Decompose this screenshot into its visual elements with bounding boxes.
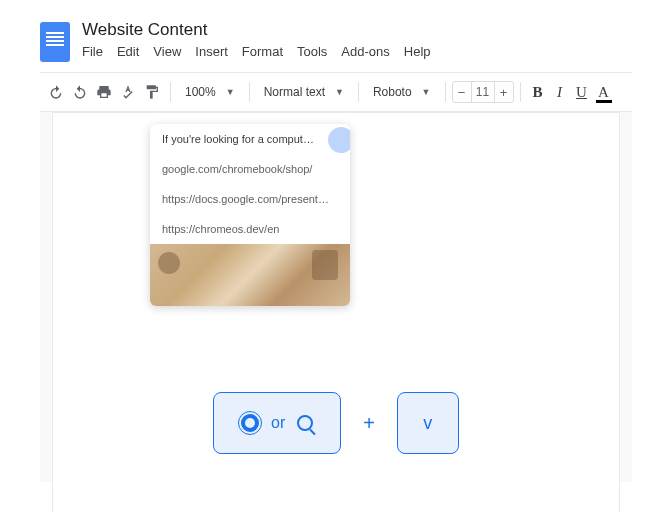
toolbar: 100%▼ Normal text▼ Roboto▼ − 11 + B I U … — [40, 72, 632, 112]
text-color-button[interactable]: A — [593, 84, 615, 101]
menu-format[interactable]: Format — [242, 44, 283, 59]
font-size-control: − 11 + — [452, 81, 514, 103]
or-label: or — [271, 414, 285, 432]
clipboard-item[interactable]: https://docs.google.com/present… — [150, 184, 350, 214]
print-button[interactable] — [92, 79, 116, 105]
font-size-decrease[interactable]: − — [453, 85, 471, 100]
launcher-key-icon — [241, 414, 259, 432]
chevron-down-icon: ▼ — [226, 87, 235, 97]
modifier-key: or — [213, 392, 341, 454]
font-size-increase[interactable]: + — [495, 85, 513, 100]
undo-button[interactable] — [44, 79, 68, 105]
bold-button[interactable]: B — [527, 84, 549, 101]
chevron-down-icon: ▼ — [422, 87, 431, 97]
document-canvas: If you're looking for a comput… google.c… — [40, 112, 632, 482]
clipboard-image-item[interactable] — [150, 244, 350, 306]
menu-tools[interactable]: Tools — [297, 44, 327, 59]
italic-button[interactable]: I — [549, 84, 571, 101]
clipboard-item[interactable]: google.com/chromebook/shop/ — [150, 154, 350, 184]
chevron-down-icon: ▼ — [335, 87, 344, 97]
search-key-icon — [297, 415, 313, 431]
header: Website Content File Edit View Insert Fo… — [40, 20, 632, 62]
clipboard-item[interactable]: https://chromeos.dev/en — [150, 214, 350, 244]
menu-addons[interactable]: Add-ons — [341, 44, 389, 59]
font-select[interactable]: Roboto▼ — [365, 85, 439, 99]
paragraph-style-select[interactable]: Normal text▼ — [256, 85, 352, 99]
redo-button[interactable] — [68, 79, 92, 105]
paint-format-button[interactable] — [140, 79, 164, 105]
menu-edit[interactable]: Edit — [117, 44, 139, 59]
document-title[interactable]: Website Content — [82, 20, 632, 40]
clipboard-item[interactable]: If you're looking for a comput… — [150, 124, 350, 154]
clipboard-item-text: If you're looking for a comput… — [162, 133, 314, 145]
v-key: v — [397, 392, 459, 454]
underline-button[interactable]: U — [571, 84, 593, 101]
menu-file[interactable]: File — [82, 44, 103, 59]
zoom-select[interactable]: 100%▼ — [177, 85, 243, 99]
cursor-indicator-icon — [328, 127, 350, 153]
menu-help[interactable]: Help — [404, 44, 431, 59]
docs-logo-icon[interactable] — [40, 22, 70, 62]
clipboard-panel: If you're looking for a comput… google.c… — [150, 124, 350, 306]
plus-icon: + — [363, 412, 375, 435]
menu-view[interactable]: View — [153, 44, 181, 59]
spellcheck-button[interactable] — [116, 79, 140, 105]
keyboard-shortcut-hint: or + v — [40, 392, 632, 454]
menu-bar: File Edit View Insert Format Tools Add-o… — [82, 44, 632, 59]
menu-insert[interactable]: Insert — [195, 44, 228, 59]
font-size-value[interactable]: 11 — [471, 82, 495, 102]
